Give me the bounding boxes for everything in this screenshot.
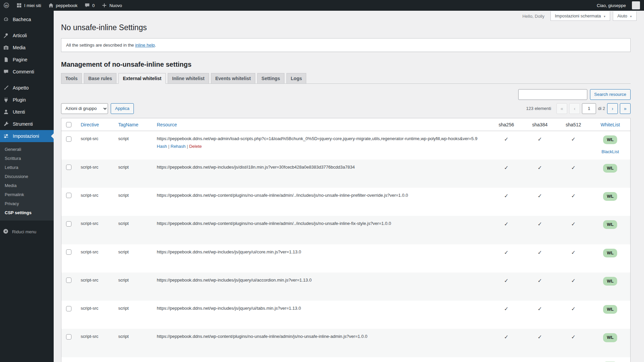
action-separator: | (187, 144, 188, 149)
submenu-item-csp-settings[interactable]: CSP settings (0, 208, 54, 217)
hash-action[interactable]: Hash (157, 144, 167, 149)
check-icon: ✓ (504, 193, 508, 199)
tab-external-whitelist[interactable]: External whitelist (118, 73, 166, 84)
bulk-action-select[interactable]: Azioni di gruppo (61, 103, 108, 114)
directive-cell: script-src (77, 329, 115, 357)
tab-base-rules[interactable]: Base rules (84, 73, 116, 84)
current-page-input[interactable] (582, 103, 596, 114)
check-icon: ✓ (571, 193, 576, 199)
submenu-item-generali[interactable]: Generali (0, 145, 54, 154)
collapse-menu-button[interactable]: Riduci menu (0, 225, 54, 238)
column-header-whitelist[interactable]: WhiteList (590, 118, 631, 131)
sidebar-item-bacheca[interactable]: Bacheca (0, 13, 54, 25)
column-header-directive[interactable]: Directive (77, 118, 115, 131)
directive-cell: script-src (77, 357, 115, 362)
whitelist-cell: WLBlackList (590, 357, 631, 362)
screen-options-button[interactable]: Impostazioni schermata (550, 11, 610, 21)
sidebar-item-label: Utenti (13, 109, 25, 115)
inline-help-link[interactable]: inline help (135, 43, 155, 48)
sha256-cell: ✓ (490, 357, 523, 362)
sha512-cell: ✓ (557, 188, 590, 216)
sidebar-item-strumenti[interactable]: Strumenti (0, 118, 54, 130)
whitelist-badge[interactable]: WL (603, 333, 617, 342)
row-checkbox[interactable] (66, 249, 71, 255)
howdy-greeting[interactable]: Ciao, giuseppe (593, 3, 629, 8)
tab-settings[interactable]: Settings (257, 73, 284, 84)
delete-action[interactable]: Delete (189, 144, 202, 149)
row-checkbox[interactable] (66, 221, 71, 227)
pagination-last-button[interactable]: » (620, 103, 631, 114)
sidebar-item-pagine[interactable]: Pagine (0, 54, 54, 66)
sidebar-item-plugin[interactable]: Plugin (0, 94, 54, 106)
my-sites-menu[interactable]: I miei siti (13, 0, 45, 11)
search-input[interactable] (518, 89, 587, 100)
apply-button[interactable]: Applica (111, 103, 134, 114)
submenu-item-privacy[interactable]: Privacy (0, 199, 54, 208)
row-checkbox[interactable] (66, 165, 71, 170)
wordpress-logo-menu[interactable]: W (0, 0, 13, 11)
search-resource-button[interactable]: Search resource (590, 89, 631, 100)
table-header-row: Directive TagName Resource sha256 sha384… (61, 118, 631, 131)
tab-tools[interactable]: Tools (61, 73, 82, 84)
whitelist-badge[interactable]: WL (603, 192, 617, 201)
whitelist-badge[interactable]: WL (603, 249, 617, 257)
resource-url: https://peppebook.ddns.net/wp-content/pl… (157, 333, 486, 340)
sha512-cell: ✓ (557, 329, 590, 357)
items-count: 123 elementi (526, 106, 551, 111)
tab-inline-whitelist[interactable]: Inline whitelist (168, 73, 209, 84)
row-checkbox-cell (61, 357, 77, 362)
whitelist-badge[interactable]: WL (603, 135, 617, 144)
whitelist-badge[interactable]: WL (603, 277, 617, 286)
help-button[interactable]: Aiuto (613, 11, 637, 21)
submenu-item-media[interactable]: Media (0, 181, 54, 190)
row-checkbox[interactable] (66, 334, 71, 340)
pagination-next-button[interactable]: › (607, 103, 618, 114)
users-icon (3, 109, 9, 115)
row-checkbox[interactable] (66, 136, 71, 142)
sidebar-item-commenti[interactable]: Commenti (0, 66, 54, 78)
sha256-cell: ✓ (490, 329, 523, 357)
resource-cell: https://peppebook.ddns.net/wp-includes/j… (154, 160, 490, 188)
my-sites-icon (16, 2, 22, 8)
sha256-cell: ✓ (490, 216, 523, 244)
column-header-resource[interactable]: Resource (154, 118, 490, 131)
column-header-tagname[interactable]: TagName (115, 118, 154, 131)
submenu-item-discussione[interactable]: Discussione (0, 172, 54, 181)
admin-bar: W I miei siti peppebook 0 Nuovo Ciao, gi… (0, 0, 644, 11)
site-name-menu[interactable]: peppebook (45, 0, 81, 11)
tagname-value: script (118, 165, 129, 170)
tagname-cell: script (115, 160, 154, 188)
submenu-item-scrittura[interactable]: Scrittura (0, 154, 54, 163)
select-all-checkbox[interactable] (66, 122, 71, 127)
blacklist-action[interactable]: BlackList (601, 149, 619, 155)
chevron-down-icon (630, 13, 632, 18)
rehash-action[interactable]: Rehash (171, 144, 186, 149)
search-box: Search resource (61, 89, 631, 100)
new-content-menu[interactable]: Nuovo (98, 0, 125, 11)
whitelist-badge[interactable]: WL (603, 164, 617, 173)
directive-cell: script-src (77, 131, 115, 160)
sidebar-item-aspetto[interactable]: Aspetto (0, 82, 54, 94)
resource-url: https://peppebook.ddns.net/wp-includes/j… (157, 277, 486, 284)
whitelist-badge[interactable]: WL (603, 220, 617, 229)
collapse-icon (3, 228, 9, 235)
submenu-item-lettura[interactable]: Lettura (0, 163, 54, 172)
sidebar-item-media[interactable]: Media (0, 42, 54, 54)
submenu-item-permalink[interactable]: Permalink (0, 190, 54, 199)
pagination-prev-button: ‹ (569, 103, 580, 114)
whitelist-cell: WLBlackList (590, 160, 631, 188)
sidebar-item-articoli[interactable]: Articoli (0, 29, 54, 42)
directive-value: script-src (81, 306, 99, 311)
sidebar-item-impostazioni[interactable]: Impostazioni (0, 130, 54, 142)
row-checkbox[interactable] (66, 193, 71, 198)
comments-menu[interactable]: 0 (81, 0, 98, 11)
tab-logs[interactable]: Logs (286, 73, 306, 84)
check-icon: ✓ (538, 306, 542, 312)
whitelist-badge[interactable]: WL (603, 305, 617, 314)
row-checkbox[interactable] (66, 278, 71, 283)
tab-events-whitelist[interactable]: Events whitelist (211, 73, 255, 84)
sha256-cell: ✓ (490, 160, 523, 188)
plus-icon (101, 2, 107, 8)
sidebar-item-utenti[interactable]: Utenti (0, 106, 54, 118)
row-checkbox[interactable] (66, 306, 71, 311)
